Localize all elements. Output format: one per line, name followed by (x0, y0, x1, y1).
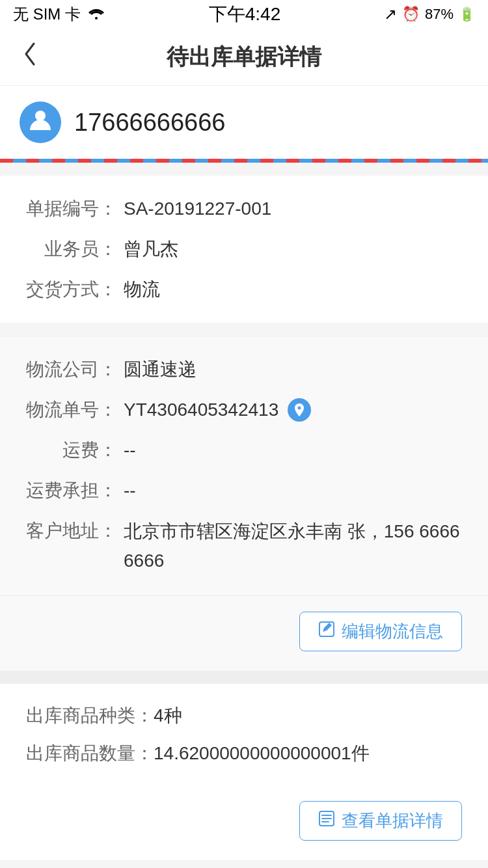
tracking-label: 物流单号： (26, 396, 117, 424)
status-left: 无 SIM 卡 (13, 4, 105, 25)
back-button[interactable] (16, 34, 44, 79)
freight-row: 运费： -- (26, 437, 462, 464)
view-icon (318, 810, 335, 832)
edit-logistics-button[interactable]: 编辑物流信息 (299, 612, 462, 651)
goods-quantity-value: 14.62000000000000001件 (154, 741, 370, 766)
delivery-method-row: 交货方式： 物流 (26, 276, 462, 303)
goods-section: 出库商品种类： 4种 出库商品数量： 14.62000000000000001件 (0, 684, 488, 785)
logistics-company-value: 圆通速递 (124, 356, 462, 383)
edit-btn-row: 编辑物流信息 (0, 596, 488, 671)
address-row: 客户地址： 北京市市辖区海淀区永丰南 张，156 6666 6666 (26, 517, 462, 576)
basic-info-section: 单据编号： SA-20191227-001 业务员： 曾凡杰 交货方式： 物流 (0, 176, 488, 323)
order-number-label: 单据编号： (26, 195, 117, 223)
logistics-section: 物流公司： 圆通速递 物流单号： YT4306405342413 运费： -- (0, 336, 488, 596)
tracking-value-wrap: YT4306405342413 (124, 396, 462, 424)
avatar (20, 102, 61, 143)
address-label: 客户地址： (26, 517, 117, 545)
order-number-value: SA-20191227-001 (124, 195, 462, 223)
dashed-divider (0, 159, 488, 163)
edit-logistics-label: 编辑物流信息 (342, 620, 443, 643)
logistics-company-row: 物流公司： 圆通速递 (26, 356, 462, 383)
alarm-icon: ⏰ (402, 6, 420, 23)
location-icon: ↗ (384, 5, 397, 23)
avatar-icon (27, 107, 53, 139)
delivery-method-value: 物流 (124, 276, 462, 303)
goods-quantity-label: 出库商品数量： (26, 741, 154, 766)
customer-phone: 17666666666 (74, 109, 225, 137)
view-details-label: 查看单据详情 (342, 809, 443, 832)
status-right: ↗ ⏰ 87% 🔋 (384, 5, 475, 23)
delivery-method-label: 交货方式： (26, 276, 117, 303)
logistics-company-label: 物流公司： (26, 356, 117, 383)
freight-label: 运费： (26, 437, 117, 464)
goods-type-value: 4种 (154, 703, 182, 728)
view-details-button[interactable]: 查看单据详情 (299, 801, 462, 841)
sales-person-label: 业务员： (26, 236, 117, 263)
tracking-number-row: 物流单号： YT4306405342413 (26, 396, 462, 424)
nav-bar: 待出库单据详情 (0, 29, 488, 86)
freight-bearer-label: 运费承担： (26, 477, 117, 504)
section-divider (0, 671, 488, 684)
view-btn-row: 查看单据详情 (0, 785, 488, 860)
battery-icon: 🔋 (459, 7, 475, 22)
goods-type-label: 出库商品种类： (26, 703, 154, 728)
time-text: 下午4:42 (209, 2, 281, 27)
order-number-row: 单据编号： SA-20191227-001 (26, 195, 462, 223)
tracking-number: YT4306405342413 (124, 396, 278, 424)
freight-value: -- (124, 437, 462, 464)
track-location-button[interactable] (288, 398, 311, 422)
freight-bearer-row: 运费承担： -- (26, 477, 462, 504)
address-value: 北京市市辖区海淀区永丰南 张，156 6666 6666 (124, 517, 462, 576)
sales-person-row: 业务员： 曾凡杰 (26, 236, 462, 263)
svg-point-0 (35, 111, 46, 121)
page-title: 待出库单据详情 (167, 42, 321, 72)
wifi-icon (87, 5, 105, 23)
edit-icon (318, 621, 335, 642)
goods-type-row: 出库商品种类： 4种 (26, 703, 462, 728)
sales-person-value: 曾凡杰 (124, 236, 462, 263)
spacer (0, 860, 488, 868)
freight-bearer-value: -- (124, 477, 462, 504)
customer-header: 17666666666 (0, 86, 488, 159)
battery-text: 87% (425, 6, 454, 23)
goods-quantity-row: 出库商品数量： 14.62000000000000001件 (26, 741, 462, 766)
status-bar: 无 SIM 卡 下午4:42 ↗ ⏰ 87% 🔋 (0, 0, 488, 29)
carrier-text: 无 SIM 卡 (13, 4, 81, 25)
